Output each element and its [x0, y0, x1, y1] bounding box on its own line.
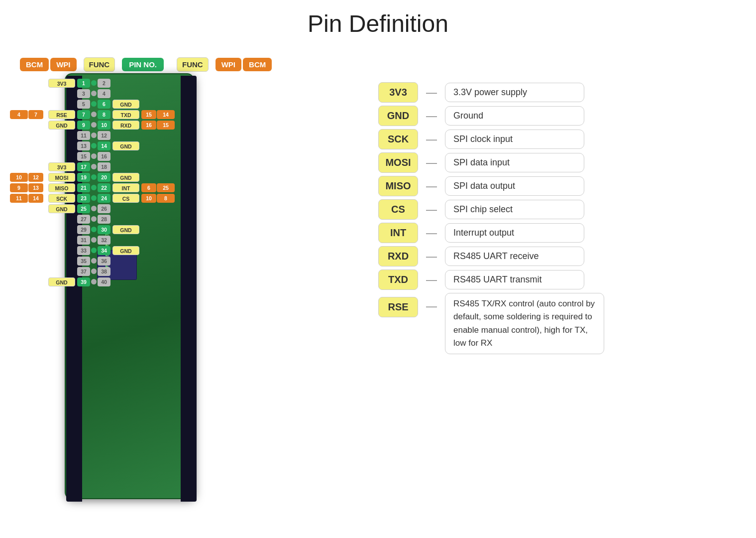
legend-badge-sck: SCK: [378, 129, 418, 149]
pin-row-13: GND 25 26: [10, 204, 175, 213]
pin-row-6: 11 12: [10, 131, 175, 140]
main-layout: BCM WPI FUNC PIN NO. FUNC WPI BCM RS485 …: [10, 52, 746, 354]
pin-row-17: 33 34 GND: [10, 246, 175, 255]
legend-miso: MISO — SPI data output: [378, 176, 746, 196]
pin-row-11: 9 13 MISO 21 22 INT 6 25: [10, 183, 175, 192]
pin-dot: [91, 164, 97, 169]
pin-row-7: 13 14 GND: [10, 141, 175, 150]
pin-row-20: GND 39 40: [10, 277, 175, 286]
legend-badge-miso: MISO: [378, 176, 418, 196]
legend-int: INT — Interrupt output: [378, 223, 746, 243]
pin-row-5: GND 9 10 RXD 16 15: [10, 120, 175, 130]
legend-desc-txd: RS485 UART transmit: [445, 270, 584, 289]
pin-diagram-section: BCM WPI FUNC PIN NO. FUNC WPI BCM RS485 …: [10, 52, 358, 286]
pin-dot: [91, 279, 97, 284]
legend-badge-cs: CS: [378, 199, 418, 220]
pin-dot: [91, 195, 97, 201]
pin-dot: [91, 112, 97, 117]
pin-dot: [91, 143, 97, 148]
pin-dot: [91, 174, 97, 180]
legend-desc-3v3: 3.3V power supply: [445, 83, 584, 102]
header-func: FUNC: [84, 57, 115, 72]
legend-txd: TXD — RS485 UART transmit: [378, 269, 746, 290]
page-title: Pin Definition: [308, 10, 448, 37]
legend-cs: CS — SPI chip select: [378, 199, 746, 220]
pin-row-10: 10 12 MOSI 19 20 GND: [10, 172, 175, 182]
legend-section: 3V3 — 3.3V power supply GND — Ground SCK…: [378, 52, 746, 354]
pin-row-16: 31 32: [10, 235, 175, 245]
pin-row-2: 3 4: [10, 89, 175, 98]
legend-desc-cs: SPI chip select: [445, 200, 584, 219]
header-bcm2: BCM: [243, 58, 272, 71]
pin-dot: [91, 185, 97, 190]
header-pinno: PIN NO.: [122, 58, 164, 71]
legend-badge-rxd: RXD: [378, 246, 418, 267]
pin-dot: [91, 248, 97, 253]
pin-row-15: 29 30 GND: [10, 225, 175, 234]
legend-desc-gnd: Ground: [445, 106, 584, 126]
legend-desc-mosi: SPI data input: [445, 153, 584, 172]
pin-row-18: 35 36: [10, 256, 175, 266]
pin-dot: [91, 153, 97, 159]
legend-3v3: 3V3 — 3.3V power supply: [378, 82, 746, 103]
legend-desc-sck: SPI clock input: [445, 130, 584, 149]
legend-sck: SCK — SPI clock input: [378, 129, 746, 149]
legend-badge-txd: TXD: [378, 269, 418, 290]
pin-dot: [91, 216, 97, 222]
legend-gnd: GND — Ground: [378, 106, 746, 126]
pin-header-row: BCM WPI FUNC PIN NO. FUNC WPI BCM: [20, 57, 358, 72]
pin-row-12: 11 14 SCK 23 24 CS 10 8: [10, 193, 175, 203]
header-wpi: WPI: [50, 58, 76, 71]
legend-desc-rse: RS485 TX/RX control (auto control by def…: [445, 293, 604, 354]
legend-badge-rse: RSE: [378, 297, 418, 317]
legend-desc-int: Interrupt output: [445, 223, 584, 243]
pin-row-3: 5 6 GND: [10, 99, 175, 109]
pin-dot: [91, 237, 97, 243]
header-bcm: BCM: [20, 58, 49, 71]
legend-mosi: MOSI — SPI data input: [378, 152, 746, 173]
pin-row-1: 3V3 1 2: [10, 78, 175, 88]
legend-desc-rxd: RS485 UART receive: [445, 247, 584, 266]
pin-dot: [91, 122, 97, 128]
legend-badge-3v3: 3V3: [378, 82, 418, 103]
pin-row-8: 15 16: [10, 151, 175, 161]
legend-rxd: RXD — RS485 UART receive: [378, 246, 746, 267]
pin-row-14: 27 28: [10, 214, 175, 224]
legend-rse: RSE — RS485 TX/RX control (auto control …: [378, 293, 746, 354]
pin-dot: [91, 91, 97, 96]
legend-desc-miso: SPI data output: [445, 176, 584, 196]
pin-dot: [91, 227, 97, 232]
header-wpi2: WPI: [216, 58, 241, 71]
pin-dot: [91, 101, 97, 107]
legend-badge-mosi: MOSI: [378, 152, 418, 173]
pin-dot: [91, 133, 97, 138]
pin-dot: [91, 269, 97, 274]
header-func2: FUNC: [177, 57, 209, 72]
legend-badge-gnd: GND: [378, 106, 418, 126]
pin-row-4: 4 7 RSE 7 8 TXD 15 14: [10, 110, 175, 119]
pin-row-9: 3V3 17 18: [10, 162, 175, 171]
legend-badge-int: INT: [378, 223, 418, 243]
pin-dot: [91, 80, 97, 86]
pin-dot: [91, 206, 97, 211]
pin-rows-container: 3V3 1 2 3 4: [10, 78, 175, 286]
pin-row-19: 37 38: [10, 267, 175, 276]
pin-dot: [91, 258, 97, 264]
